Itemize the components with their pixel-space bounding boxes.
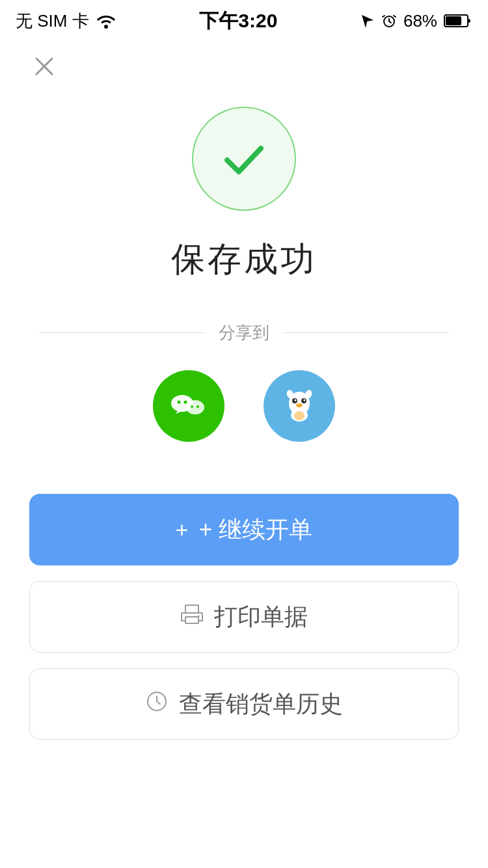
svg-point-6 xyxy=(186,400,204,414)
svg-point-7 xyxy=(178,401,181,404)
wechat-icon xyxy=(168,385,210,427)
status-right: 68% xyxy=(360,11,472,31)
action-buttons: + + 继续开单 打印单据 xyxy=(29,494,459,740)
svg-point-8 xyxy=(184,401,187,404)
battery-icon xyxy=(444,13,472,29)
wifi-icon xyxy=(96,13,116,29)
qq-share-button[interactable] xyxy=(264,370,335,442)
checkmark-icon xyxy=(218,133,270,185)
svg-rect-2 xyxy=(446,16,461,25)
print-icon xyxy=(180,603,204,631)
svg-point-18 xyxy=(294,411,305,420)
continue-label: + 继续开单 xyxy=(198,514,312,546)
status-left: 无 SIM 卡 xyxy=(16,10,116,33)
svg-point-10 xyxy=(197,405,199,408)
divider-line-left xyxy=(39,332,206,333)
share-divider: 分享到 xyxy=(0,321,488,344)
history-button[interactable]: 查看销货单历史 xyxy=(29,668,459,740)
wechat-share-button[interactable] xyxy=(153,370,224,442)
qq-icon xyxy=(278,385,320,427)
svg-rect-22 xyxy=(185,617,198,623)
svg-point-23 xyxy=(198,616,200,617)
print-button[interactable]: 打印单据 xyxy=(29,581,459,653)
share-icons-container xyxy=(153,370,335,442)
location-icon xyxy=(360,14,375,28)
history-label: 查看销货单历史 xyxy=(179,688,343,720)
no-sim-text: 无 SIM 卡 xyxy=(16,10,89,33)
divider-line-right xyxy=(282,332,449,333)
svg-point-9 xyxy=(191,405,193,408)
svg-point-14 xyxy=(295,400,297,401)
continue-button[interactable]: + + 继续开单 xyxy=(29,494,459,565)
success-circle xyxy=(192,107,296,211)
share-label: 分享到 xyxy=(206,321,282,344)
clock-icon xyxy=(145,690,169,718)
print-label: 打印单据 xyxy=(214,601,308,633)
success-title: 保存成功 xyxy=(171,237,317,282)
plus-icon: + xyxy=(176,517,189,543)
status-bar: 无 SIM 卡 下午3:20 68% xyxy=(0,0,488,42)
close-button[interactable] xyxy=(26,48,62,85)
status-time: 下午3:20 xyxy=(199,8,277,34)
svg-rect-21 xyxy=(185,605,198,613)
svg-point-16 xyxy=(296,403,303,407)
svg-point-15 xyxy=(304,400,306,401)
battery-percent: 68% xyxy=(403,11,437,31)
main-content: 保存成功 分享到 xyxy=(0,42,488,740)
alarm-icon xyxy=(381,13,397,29)
